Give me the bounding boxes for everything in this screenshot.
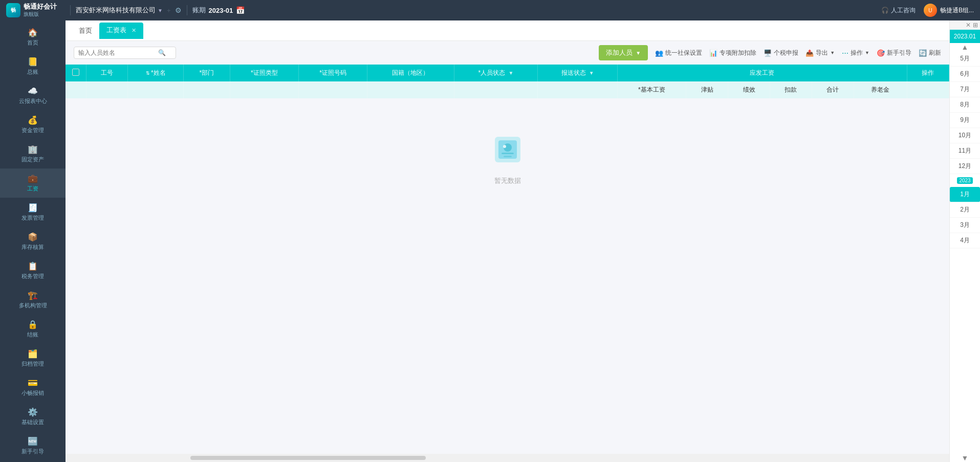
tax-icon-toolbar: 🖥️ (764, 49, 772, 57)
refresh-button[interactable]: 🔄 刷新 (919, 49, 941, 57)
month-item-4-2023[interactable]: 4月 (950, 233, 980, 248)
social-security-icon: 👥 (655, 49, 663, 57)
special-deduction-label: 专项附加扣除 (720, 49, 756, 57)
sidebar-label-inventory: 库存核算 (21, 243, 44, 251)
select-all-checkbox[interactable] (72, 69, 79, 76)
sidebar-item-salary[interactable]: 💼 工资 (0, 169, 66, 198)
service-button[interactable]: 🎧 人工咨询 (881, 6, 916, 15)
tax-report-button[interactable]: 🖥️ 个税申报 (764, 49, 798, 57)
sidebar-label-close: 结账 (27, 331, 38, 339)
month-item-5[interactable]: 5月 (950, 51, 980, 67)
search-input-wrap: 🔍 (74, 47, 176, 59)
report-filter-icon[interactable]: ▼ (589, 70, 594, 76)
sidebar-item-invoice[interactable]: 🧾 发票管理 (0, 198, 66, 227)
plus-icon[interactable]: + (167, 7, 171, 14)
sidebar-label-salary: 工资 (27, 185, 38, 193)
sidebar: 🏠 首页 📒 总账 ☁️ 云报表中心 💰 资金管理 🏢 固定资产 💼 工资 (0, 20, 66, 462)
search-input[interactable] (78, 49, 155, 56)
month-item-10[interactable]: 10月 (950, 128, 980, 143)
content-area: 首页 工资表 ✕ 🔍 添加人员 ▼ (66, 20, 949, 462)
sidebar-label-tax: 税务管理 (21, 272, 44, 280)
add-btn-label: 添加人员 (606, 48, 633, 57)
export-button[interactable]: 📤 导出 ▼ (805, 49, 835, 57)
svg-rect-4 (504, 156, 512, 157)
month-item-11[interactable]: 11月 (950, 143, 980, 159)
sidebar-item-home[interactable]: 🏠 首页 (0, 23, 66, 52)
month-item-8[interactable]: 8月 (950, 97, 980, 113)
svg-rect-3 (502, 153, 514, 154)
th-salary-group: 应发工资 (617, 65, 907, 81)
month-item-2-2023[interactable]: 2月 (950, 202, 980, 218)
invoice-icon: 🧾 (28, 203, 38, 213)
month-item-7[interactable]: 7月 (950, 82, 980, 97)
logo-area: 畅 畅通好会计 旗舰版 (6, 3, 57, 18)
logo-sub: 旗舰版 (24, 11, 57, 18)
th2-action (907, 81, 949, 98)
month-item-3-2023[interactable]: 3月 (950, 218, 980, 233)
panel-close-button[interactable]: ✕ (966, 22, 971, 29)
add-person-button[interactable]: 添加人员 ▼ (599, 45, 648, 60)
sidebar-item-close[interactable]: 🔒 结账 (0, 314, 66, 344)
sidebar-item-assets[interactable]: 🏢 固定资产 (0, 139, 66, 169)
guide-button[interactable]: 🎯 新手引导 (877, 49, 911, 57)
company-selector[interactable]: 西安虾米网络科技有限公司 ▼ (76, 6, 163, 15)
salary-table: 工号 ⇅*姓名 *部门 *证照类型 *证照号码 国籍（地区） *人员状态 ▼ (66, 65, 949, 98)
month-item-9[interactable]: 9月 (950, 113, 980, 128)
special-deduction-button[interactable]: 📊 专项附加扣除 (709, 49, 756, 57)
month-item-1-2023[interactable]: 1月 (950, 187, 980, 202)
operation-button[interactable]: ⋯ 操作 ▼ (842, 49, 869, 57)
sidebar-item-expense[interactable]: 💳 小畅报销 (0, 373, 66, 402)
sidebar-label-guide: 新手引导 (21, 448, 44, 455)
user-label: 畅捷通B组... (940, 6, 974, 15)
top-bar: 畅 畅通好会计 旗舰版 西安虾米网络科技有限公司 ▼ + ⚙ 账期 2023-0… (0, 0, 980, 20)
operation-dropdown-icon: ▼ (865, 50, 869, 55)
guide-toolbar-icon: 🎯 (877, 49, 885, 57)
divider-1 (70, 5, 71, 15)
tab-close-icon[interactable]: ✕ (132, 27, 136, 33)
sidebar-label-settings: 基础设置 (21, 418, 44, 426)
th2-id-num (298, 81, 367, 98)
sidebar-label-archive: 归档管理 (21, 360, 44, 368)
empty-text: 暂无数据 (494, 176, 521, 185)
tab-salary-label: 工资表 (106, 26, 126, 34)
panel-up-arrow[interactable]: ▲ (950, 43, 980, 51)
operation-icon: ⋯ (842, 49, 848, 57)
user-area[interactable]: U 畅捷通B组... (924, 4, 974, 17)
sidebar-item-settings[interactable]: ⚙️ 基础设置 (0, 402, 66, 431)
social-security-button[interactable]: 👥 统一社保设置 (655, 49, 702, 57)
th-report-status: 报送状态 ▼ (538, 65, 617, 81)
archive-icon: 🗂️ (28, 349, 38, 359)
th2-insurance: 养老金 (854, 81, 907, 98)
year-2023-badge-container: 2023 (950, 174, 980, 187)
settings-icon[interactable]: ⚙ (175, 6, 182, 14)
sidebar-item-ledger[interactable]: 📒 总账 (0, 52, 66, 81)
sidebar-item-tax[interactable]: 📋 税务管理 (0, 256, 66, 285)
scrollbar-thumb[interactable] (190, 456, 426, 460)
month-item-12[interactable]: 12月 (950, 159, 980, 174)
tab-home[interactable]: 首页 (72, 23, 99, 38)
th2-base-salary: *基本工资 (617, 81, 686, 98)
tab-salary-table[interactable]: 工资表 ✕ (99, 23, 143, 39)
sidebar-item-archive[interactable]: 🗂️ 归档管理 (0, 344, 66, 373)
th-check (66, 65, 86, 81)
status-filter-icon[interactable]: ▼ (509, 70, 514, 76)
close-period-icon: 🔒 (28, 320, 38, 329)
sidebar-item-cloud[interactable]: ☁️ 云报表中心 (0, 81, 66, 110)
inventory-icon: 📦 (28, 232, 38, 242)
sidebar-item-multi[interactable]: 🏗️ 多机构管理 (0, 285, 66, 314)
sidebar-item-funds[interactable]: 💰 资金管理 (0, 110, 66, 139)
calendar-icon[interactable]: 📅 (236, 6, 245, 14)
sidebar-item-guide[interactable]: 🆕 新手引导 (0, 431, 66, 460)
export-dropdown-icon: ▼ (830, 50, 835, 55)
panel-period-header: 2023.01 (950, 30, 980, 43)
export-icon: 📤 (805, 49, 814, 57)
panel-down-arrow[interactable]: ▼ (950, 454, 980, 462)
panel-expand-button[interactable]: ⊞ (973, 22, 978, 29)
th2-deduction: 扣款 (770, 81, 812, 98)
sidebar-item-inventory[interactable]: 📦 库存核算 (0, 227, 66, 256)
divider-2 (187, 5, 187, 15)
th-id-type: *证照类型 (230, 65, 298, 81)
guide-icon: 🆕 (28, 436, 38, 446)
sidebar-label-funds: 资金管理 (21, 127, 44, 134)
month-item-6[interactable]: 6月 (950, 67, 980, 82)
